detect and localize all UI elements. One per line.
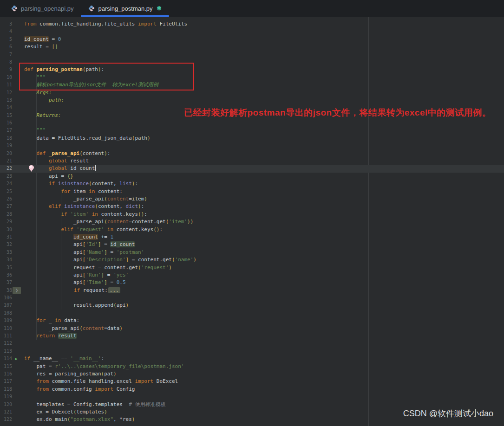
code-line[interactable]: 7 xyxy=(0,51,504,58)
code-line[interactable]: 20 def _parse_api(content): xyxy=(0,150,504,157)
line-number[interactable]: 28 xyxy=(0,211,12,218)
line-number[interactable]: 3 xyxy=(0,20,12,28)
line-number[interactable]: 119 xyxy=(0,393,12,400)
line-number[interactable]: 115 xyxy=(0,363,12,370)
code-line[interactable]: 120 templates = Config.templates # 使用标准模… xyxy=(0,401,504,408)
line-number[interactable]: 12 xyxy=(0,89,12,97)
line-number[interactable]: 22 xyxy=(0,165,12,172)
lightbulb-icon[interactable] xyxy=(29,165,34,174)
line-number[interactable]: 19 xyxy=(0,142,12,149)
line-number[interactable]: 24 xyxy=(0,180,12,187)
code-line[interactable]: 18 data = FileUtils.read_json_data(path) xyxy=(0,135,504,142)
fold-arrow-icon[interactable]: ❯ xyxy=(13,287,21,294)
line-number[interactable]: 25 xyxy=(0,188,12,195)
code-line[interactable]: 33 api['Name'] = 'postman' xyxy=(0,249,504,256)
line-number[interactable]: 108 xyxy=(0,310,12,317)
line-number[interactable]: 107 xyxy=(0,302,12,309)
line-number[interactable]: 106 xyxy=(0,294,12,302)
line-number[interactable]: 4 xyxy=(0,28,12,35)
line-number[interactable]: 5 xyxy=(0,36,12,43)
code-line[interactable]: 13 path: xyxy=(0,97,504,104)
line-number[interactable]: 13 xyxy=(0,97,12,104)
line-number[interactable]: 10 xyxy=(0,74,12,81)
line-number[interactable]: 120 xyxy=(0,401,12,408)
line-number[interactable]: 37 xyxy=(0,279,12,286)
code-line[interactable]: 25 for item in content: xyxy=(0,188,504,195)
line-number[interactable]: 27 xyxy=(0,203,12,210)
line-number[interactable]: 6 xyxy=(0,43,12,51)
line-number[interactable]: 7 xyxy=(0,51,12,58)
code-line[interactable]: 4 xyxy=(0,28,504,35)
code-line[interactable]: 111 return result xyxy=(0,332,504,340)
code-line[interactable]: 24 if isinstance(content, list): xyxy=(0,180,504,187)
code-line[interactable]: 107 result.append(api) xyxy=(0,302,504,309)
code-line[interactable]: 16 xyxy=(0,119,504,127)
line-number[interactable]: 111 xyxy=(0,332,12,340)
code-line[interactable]: 29 _parse_api(content=content.get('item'… xyxy=(0,218,504,226)
code-line[interactable]: 118 from common.config import Config xyxy=(0,386,504,393)
line-number[interactable]: 20 xyxy=(0,150,12,157)
tab-parsing-postman[interactable]: parsing_postman.py ✱ xyxy=(81,0,169,17)
code-line[interactable]: 108 xyxy=(0,310,504,317)
line-number[interactable]: 121 xyxy=(0,408,12,416)
line-number[interactable]: 8 xyxy=(0,58,12,66)
line-number[interactable]: 113 xyxy=(0,348,12,355)
line-number[interactable]: 36 xyxy=(0,271,12,279)
code-line[interactable]: 36 api['Run'] = 'yes' xyxy=(0,271,504,279)
code-line[interactable]: 34 api['Description'] = content.get('nam… xyxy=(0,256,504,264)
line-number[interactable]: 114 xyxy=(0,355,12,362)
code-line[interactable]: 117 from common.file_handling.excel impo… xyxy=(0,378,504,385)
code-line[interactable]: 19 xyxy=(0,142,504,149)
line-number[interactable]: 9 xyxy=(0,66,12,73)
line-number[interactable]: 118 xyxy=(0,386,12,393)
code-line[interactable]: 32 api['Id'] = id_count xyxy=(0,241,504,248)
code-line[interactable]: 6result = [] xyxy=(0,43,504,51)
code-line[interactable]: 35 request = content.get('request') xyxy=(0,264,504,271)
line-number[interactable]: 14 xyxy=(0,104,12,111)
line-number[interactable]: 15 xyxy=(0,112,12,119)
line-number[interactable]: 112 xyxy=(0,340,12,347)
line-number[interactable]: 122 xyxy=(0,416,12,423)
line-number[interactable]: 109 xyxy=(0,317,12,324)
line-number[interactable]: 38 xyxy=(0,287,12,294)
code-line[interactable]: 21 global result xyxy=(0,157,504,165)
line-number[interactable]: 17 xyxy=(0,127,12,134)
line-number[interactable]: 29 xyxy=(0,218,12,226)
code-line[interactable]: 5id_count = 0 xyxy=(0,36,504,43)
code-line[interactable]: 110 _parse_api(content=data) xyxy=(0,325,504,332)
code-line[interactable]: 26 _parse_api(content=item) xyxy=(0,195,504,203)
line-number[interactable]: 26 xyxy=(0,195,12,203)
code-line[interactable]: 112 xyxy=(0,340,504,347)
line-number[interactable]: 32 xyxy=(0,241,12,248)
modified-indicator-icon[interactable]: ✱ xyxy=(157,5,162,12)
line-number[interactable]: 117 xyxy=(0,378,12,385)
code-line[interactable]: 114▶if __name__ == '__main__': xyxy=(0,355,504,362)
code-line[interactable]: 3from common.file_handling.file_utils im… xyxy=(0,20,504,28)
code-line[interactable]: 115 pat = r'..\..\cases\temporary_file\p… xyxy=(0,363,504,370)
code-line[interactable]: 38❯ if request:... xyxy=(0,287,504,294)
code-line[interactable]: 30 elif 'request' in content.keys(): xyxy=(0,226,504,233)
tab-parsing-openapi[interactable]: parsing_openapi.py xyxy=(4,0,81,17)
code-line[interactable]: 119 xyxy=(0,393,504,400)
code-line[interactable]: 106 xyxy=(0,294,504,302)
code-line[interactable]: 109 for _ in data: xyxy=(0,317,504,324)
line-number[interactable]: 30 xyxy=(0,226,12,233)
code-line[interactable]: 17 """ xyxy=(0,127,504,134)
line-number[interactable]: 23 xyxy=(0,173,12,180)
code-line[interactable]: 31 id_count += 1 xyxy=(0,233,504,241)
line-number[interactable]: 16 xyxy=(0,119,12,127)
code-line[interactable]: 27 elif isinstance(content, dict): xyxy=(0,203,504,210)
code-line[interactable]: 113 xyxy=(0,348,504,355)
line-number[interactable]: 116 xyxy=(0,370,12,378)
line-number[interactable]: 33 xyxy=(0,249,12,256)
line-number[interactable]: 31 xyxy=(0,233,12,241)
line-number[interactable]: 21 xyxy=(0,157,12,165)
code-line[interactable]: 37 api['Time'] = 0.5 xyxy=(0,279,504,286)
line-number[interactable]: 110 xyxy=(0,325,12,332)
code-line[interactable]: 28 if 'item' in content.keys(): xyxy=(0,211,504,218)
code-line[interactable]: 22 global id_count xyxy=(0,165,504,172)
code-line[interactable]: 116 res = parsing_postman(pat) xyxy=(0,370,504,378)
line-number[interactable]: 11 xyxy=(0,81,12,89)
line-number[interactable]: 18 xyxy=(0,135,12,142)
run-icon[interactable]: ▶ xyxy=(12,355,20,362)
